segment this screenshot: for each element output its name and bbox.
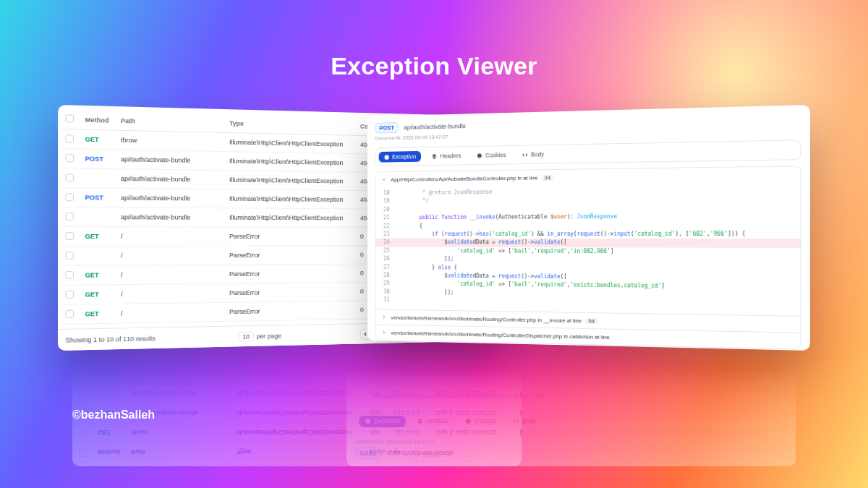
- row-checkbox[interactable]: [65, 290, 73, 298]
- per-page-label: per page: [257, 332, 281, 339]
- chevron-right-icon: [380, 329, 387, 335]
- tab-exception[interactable]: Exception: [359, 416, 405, 427]
- type-cell: Illuminate\Http\Client\HttpClientExcepti…: [237, 390, 370, 397]
- column-occurred-at[interactable]: Occured At: [436, 449, 520, 456]
- column-type[interactable]: Type: [229, 119, 360, 129]
- row-checkbox[interactable]: [80, 371, 88, 379]
- row-checkbox[interactable]: [65, 213, 73, 221]
- type-cell: Illuminate\Http\Client\HttpClientExcepti…: [237, 429, 370, 436]
- occurred-cell: Sep 4, 2022 13:46:13: [436, 390, 520, 397]
- exception-detail-panel: POST api/auth/activate-bundle Occurred A…: [367, 105, 810, 351]
- select-all-checkbox[interactable]: [65, 114, 73, 122]
- request-path: api/auth/activate-bundle: [386, 450, 454, 457]
- table-row[interactable]: POST api/auth/activate-bundle Illuminate…: [75, 364, 519, 383]
- row-checkbox[interactable]: [65, 232, 73, 240]
- view-button[interactable]: View: [520, 388, 522, 398]
- svg-point-27: [467, 419, 471, 424]
- path-cell: throw: [132, 429, 237, 436]
- stack-frame: App/Http/Controllers/Api/ActivateBundleC…: [375, 166, 801, 350]
- code-line: 19 */: [356, 368, 787, 377]
- column-path[interactable]: Path: [132, 449, 237, 456]
- chevron-down-icon: [361, 393, 368, 401]
- results-summary: Showing 1 to 10 of 110 results: [65, 335, 155, 343]
- view-button[interactable]: View: [520, 427, 522, 437]
- sort-desc-icon: [471, 450, 477, 455]
- tab-body[interactable]: Body: [516, 149, 549, 160]
- method-cell: POST: [85, 155, 121, 163]
- tab-cookies[interactable]: Cookies: [472, 150, 511, 161]
- view-button[interactable]: View: [520, 408, 522, 418]
- method-cell: GET: [85, 310, 121, 318]
- method-cell: GET: [85, 233, 121, 240]
- tab-headers[interactable]: Headers: [412, 416, 454, 427]
- cookies-icon: [465, 419, 472, 425]
- code-cell: 404: [370, 429, 393, 436]
- svg-point-26: [365, 419, 370, 424]
- line-badge: 24: [542, 174, 553, 181]
- tab-headers[interactable]: Headers: [426, 150, 466, 162]
- search-input[interactable]: Search: [409, 449, 515, 462]
- tab-cookies[interactable]: Cookies: [460, 416, 502, 427]
- method-cell: POST: [98, 409, 132, 416]
- column-method[interactable]: Method: [85, 116, 121, 124]
- row-checkbox[interactable]: [65, 174, 73, 181]
- view-button[interactable]: View: [520, 369, 522, 379]
- type-cell: Illuminate\Http\Client\HttpClientExcepti…: [229, 214, 360, 221]
- row-checkbox[interactable]: [80, 410, 88, 418]
- row-checkbox[interactable]: [65, 134, 73, 142]
- view-button[interactable]: View: [520, 358, 522, 359]
- cookies-icon: [477, 153, 482, 159]
- path-cell: /: [121, 308, 229, 317]
- method-badge: POST: [375, 122, 399, 133]
- detail-tabs: Exception Headers Cookies Body: [355, 411, 788, 432]
- occurred-cell: Sep 4, 2022 13:48:32: [436, 429, 520, 436]
- code-cell: 404: [370, 409, 393, 416]
- column-method[interactable]: Method: [98, 449, 132, 456]
- chevron-down-icon: [380, 176, 387, 183]
- row-checkbox[interactable]: [80, 429, 88, 437]
- path-cell: api/auth/activate-bundle: [121, 155, 229, 164]
- path-cell: api/auth/activate-bundle: [121, 175, 229, 184]
- column-code[interactable]: Code: [370, 449, 393, 456]
- tab-exception[interactable]: Exception: [379, 151, 422, 163]
- detail-tabs: Exception Headers Cookies Body: [375, 140, 801, 166]
- method-cell: GET: [98, 429, 132, 436]
- row-checkbox[interactable]: [80, 390, 88, 398]
- column-path[interactable]: Path: [121, 117, 229, 127]
- table-row[interactable]: api/auth/activate-bundle Illuminate\Http…: [75, 358, 519, 364]
- path-cell: api/auth/activate-bundle: [132, 409, 237, 416]
- row-checkbox[interactable]: [65, 193, 73, 201]
- code-line: 18 * @return JsonResponse: [356, 377, 787, 386]
- row-checkbox[interactable]: [65, 309, 73, 317]
- table-row[interactable]: GET throw Illuminate\Http\Client\HttpCli…: [75, 422, 519, 442]
- table-row[interactable]: POST api/auth/activate-bundle Illuminate…: [75, 403, 519, 422]
- tab-body[interactable]: Body: [507, 416, 541, 427]
- row-checkbox[interactable]: [80, 358, 88, 359]
- ip-cell: 127.0.0.1: [393, 409, 435, 416]
- type-cell: ParseError: [229, 307, 360, 315]
- method-cell: POST: [85, 194, 121, 201]
- path-cell: api/auth/activate-bundle: [121, 194, 229, 202]
- body-icon: [522, 151, 528, 158]
- type-cell: Illuminate\Http\Client\HttpClientExcepti…: [229, 176, 360, 185]
- path-cell: /: [121, 233, 229, 240]
- row-checkbox[interactable]: [65, 154, 73, 162]
- headers-icon: [417, 419, 423, 425]
- breadcrumb: POST api/auth/activate-bundle: [355, 448, 788, 459]
- row-checkbox[interactable]: [65, 270, 73, 278]
- exception-icon: [365, 419, 371, 425]
- column-type[interactable]: Type: [237, 449, 370, 456]
- table-header: Method Path Type Code Ip Occured At: [75, 442, 519, 462]
- code-block: 18 * @return JsonResponse19 */20 21 publ…: [375, 182, 800, 316]
- request-path: api/auth/activate-bundle: [404, 123, 466, 131]
- column-ip[interactable]: Ip: [393, 449, 435, 456]
- type-cell: Illuminate\Http\Client\HttpClientExcepti…: [229, 195, 360, 203]
- frame-header[interactable]: App/Http/Controllers/Api/ActivateBundleC…: [356, 389, 787, 405]
- method-cell: GET: [85, 136, 121, 144]
- path-cell: api/auth/activate-bundle: [132, 390, 237, 397]
- table-row[interactable]: api/auth/activate-bundle Illuminate\Http…: [75, 383, 519, 403]
- select-all-checkbox[interactable]: [80, 449, 88, 457]
- per-page-select[interactable]: 10: [239, 331, 254, 341]
- row-checkbox[interactable]: [65, 251, 73, 259]
- svg-line-15: [417, 453, 419, 455]
